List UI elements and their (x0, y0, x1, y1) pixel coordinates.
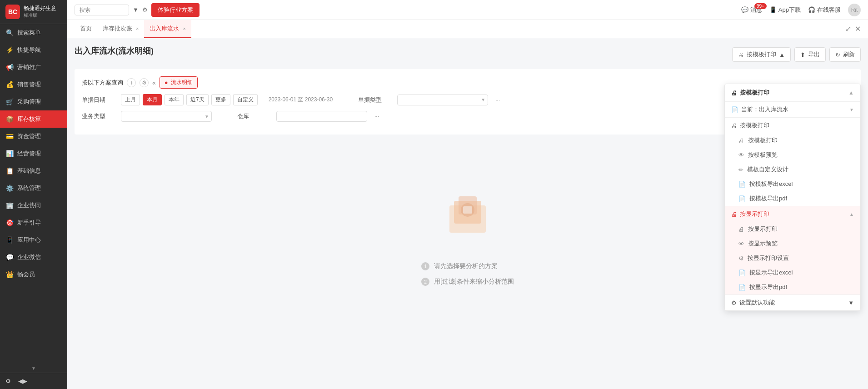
dropdown-footer[interactable]: ⚙ 设置默认功能 ▼ (725, 295, 860, 310)
sidebar-item-purchase[interactable]: 🛒 采购管理 (0, 93, 67, 110)
online-service-btn[interactable]: 🎧 在线客服 (808, 6, 841, 14)
topbar-search-input[interactable] (75, 5, 129, 15)
filter-tag-label: 流水明细 (171, 79, 193, 86)
sidebar-item-member-label: 畅会员 (17, 270, 35, 279)
sidebar-item-inventory[interactable]: 📦 库存核算 (0, 110, 67, 128)
business-type-select-wrapper: ▼ (121, 111, 212, 122)
sidebar-item-sales[interactable]: 💰 销售管理 (0, 76, 67, 93)
sidebar-item-system[interactable]: ⚙️ 系统管理 (0, 180, 67, 197)
sidebar-item-sales-label: 销售管理 (17, 80, 41, 89)
filter-collapse-icon[interactable]: « (152, 79, 156, 86)
date-btn-custom[interactable]: 自定义 (233, 94, 258, 105)
dropdown-up-arrow[interactable]: ▲ (848, 90, 854, 96)
warehouse-input[interactable] (276, 111, 367, 122)
page-header: 出入库流水(流水明细) 🖨 按模板打印 ▲ ⬆ 导出 ↻ 刷新 (75, 45, 861, 64)
sidebar-item-app[interactable]: 📱 应用中心 (0, 231, 67, 249)
voucher-type-more[interactable]: ··· (495, 97, 500, 103)
close-tab-btn[interactable]: ✕ (855, 25, 861, 33)
sidebar-item-search[interactable]: 🔍 搜索菜单 (0, 24, 67, 41)
member-icon: 👑 (5, 270, 14, 279)
footer-label: 设置默认功能 (739, 299, 775, 307)
tab-batch-close[interactable]: × (136, 26, 139, 31)
sidebar-item-search-label: 搜索菜单 (17, 29, 41, 37)
industry-btn[interactable]: 体验行业方案 (151, 3, 200, 17)
dropdown-item-display-preview[interactable]: 👁 按显示预览 (725, 236, 860, 251)
collapse-sidebar-btn[interactable]: ◀▶ (18, 378, 27, 384)
business-type-select[interactable] (121, 111, 212, 122)
dropdown-current-header[interactable]: 📄 当前：出入库流水 ▼ (725, 102, 860, 117)
template-print-btn[interactable]: 🖨 按模板打印 ▲ (732, 47, 791, 62)
dropdown-item-display-print[interactable]: 🖨 按显示打印 (725, 222, 860, 236)
topbar-right: 💬 消息 99+ 📱 App下载 🎧 在线客服 Rit (741, 4, 861, 16)
dropdown-item-template-preview[interactable]: 👁 按模板预览 (725, 148, 860, 162)
dropdown-item-template-pdf[interactable]: 📄 按模板导出pdf (725, 191, 860, 206)
settings-icon[interactable]: ⚙ (5, 378, 11, 384)
newbie-icon: 🎯 (5, 219, 14, 227)
sidebar-item-basic[interactable]: 📋 基础信息 (0, 162, 67, 180)
printer-icon: 🖨 (738, 51, 744, 58)
settings-gear-icon[interactable]: ⚙ (142, 6, 148, 13)
tab-batch-label: 库存批次账 (103, 25, 132, 33)
sidebar-item-wechat-label: 企业微信 (17, 253, 41, 261)
tab-batch[interactable]: 库存批次账 × (97, 20, 144, 38)
filter-add-btn[interactable]: + (127, 78, 136, 87)
sidebar-item-enterprise[interactable]: 🏢 企业协同 (0, 197, 67, 214)
footer-settings-icon: ⚙ (731, 299, 737, 306)
date-btn-last-month[interactable]: 上月 (121, 94, 140, 105)
dropdown-display-section: 🖨 按显示打印 ▲ 🖨 按显示打印 👁 按显示预览 ⚙ 按显示打印设置 (725, 206, 860, 295)
message-btn[interactable]: 💬 消息 99+ (741, 6, 762, 14)
item-template-print-label: 按模板打印 (748, 136, 778, 145)
dropdown-item-template-design[interactable]: ✏ 模板自定义设计 (725, 162, 860, 177)
sidebar-item-finance[interactable]: 💳 资金管理 (0, 128, 67, 145)
message-badge: 99+ (754, 3, 767, 9)
dropdown-item-template-print[interactable]: 🖨 按模板打印 (725, 133, 860, 148)
main-container: ▼ ⚙ 体验行业方案 💬 消息 99+ 📱 App下载 🎧 在线客服 Rit (67, 0, 868, 389)
quick-nav-icon: ⚡ (5, 46, 14, 54)
sidebar-item-wechat[interactable]: 💬 企业微信 (0, 249, 67, 266)
display-pdf-icon: 📄 (738, 284, 746, 291)
tab-current[interactable]: 出入库流水 × (144, 20, 191, 38)
filter-title: 按以下方案查询 (82, 79, 123, 87)
filter-tag-active[interactable]: ● 流水明细 (160, 76, 198, 89)
tab-home-label: 首页 (80, 25, 92, 33)
dropdown-item-display-pdf[interactable]: 📄 按显示导出pdf (725, 280, 860, 294)
chevron-down-icon[interactable]: ▼ (133, 6, 139, 13)
sidebar: BC 畅捷通好生意 标准版 🔍 搜索菜单 ⚡ 快捷导航 📢 营销推广 💰 销售管… (0, 0, 67, 389)
date-btn-this-month[interactable]: 本月 (143, 94, 162, 105)
filter-settings-btn[interactable]: ⚙ (140, 78, 149, 87)
finance-icon: 💳 (5, 132, 14, 140)
display-section-arrow: ▲ (849, 212, 854, 217)
refresh-btn[interactable]: ↻ 刷新 (829, 47, 861, 62)
scroll-down-btn[interactable]: ▼ (31, 366, 36, 371)
warehouse-more[interactable]: ··· (374, 113, 379, 120)
logo-icon: BC (5, 5, 20, 19)
sidebar-item-marketing[interactable]: 📢 营销推广 (0, 59, 67, 76)
dropdown-item-template-excel[interactable]: 📄 按模板导出excel (725, 177, 860, 191)
dropdown-template-header[interactable]: 🖨 按模板打印 (725, 118, 860, 133)
printer-icon-dropdown: 🖨 (731, 90, 737, 96)
maximize-btn[interactable]: ⤢ (845, 25, 851, 33)
sidebar-item-quick-nav[interactable]: ⚡ 快捷导航 (0, 41, 67, 59)
sidebar-item-member[interactable]: 👑 畅会员 (0, 266, 67, 283)
current-icon: 📄 (731, 106, 738, 113)
app-download-btn[interactable]: 📱 App下载 (769, 6, 801, 14)
export-btn[interactable]: ⬆ 导出 (794, 47, 826, 62)
tab-current-close[interactable]: × (183, 26, 185, 31)
sidebar-item-operations[interactable]: 📊 经营管理 (0, 145, 67, 162)
dropdown-footer-item: ⚙ 设置默认功能 ▼ (731, 299, 854, 307)
dropdown-display-header[interactable]: 🖨 按显示打印 ▲ (725, 206, 860, 222)
sidebar-item-newbie[interactable]: 🎯 新手引导 (0, 214, 67, 231)
dropdown-current-label: 📄 当前：出入库流水 (731, 105, 788, 114)
tab-home[interactable]: 首页 (75, 20, 97, 38)
date-btn-this-year[interactable]: 本年 (165, 94, 184, 105)
tab-current-label: 出入库流水 (150, 25, 179, 33)
date-btn-more[interactable]: 更多 (211, 94, 230, 105)
dropdown-item-display-excel[interactable]: 📄 按显示导出excel (725, 265, 860, 280)
dropdown-template-label: 🖨 按模板打印 (731, 121, 769, 130)
user-avatar: Rit (848, 4, 861, 16)
voucher-type-select[interactable] (397, 95, 488, 105)
user-menu-btn[interactable]: Rit (848, 4, 861, 16)
date-btn-7days[interactable]: 近7天 (186, 94, 209, 105)
system-icon: ⚙️ (5, 184, 14, 192)
dropdown-item-display-settings[interactable]: ⚙ 按显示打印设置 (725, 251, 860, 265)
